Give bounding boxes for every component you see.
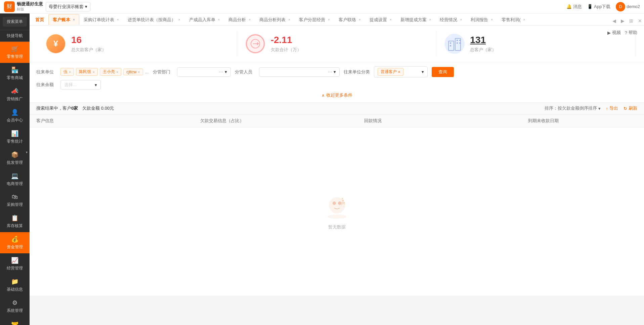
tab-new-promotion-label: 新增提成方案 — [400, 17, 427, 23]
filter-tag-wang-close[interactable]: × — [116, 70, 118, 74]
filter-tag-cjttcw-close[interactable]: × — [138, 70, 140, 74]
tab-close-incoming-stats[interactable]: × — [178, 18, 180, 22]
sidebar-item-retail[interactable]: 🛒 零售管理 — [0, 42, 30, 63]
sort-label: 排序：按欠款金额倒序排序 — [545, 105, 597, 111]
purchase-icon: 🛍 — [12, 193, 18, 201]
tab-scroll-right[interactable]: ▶ — [619, 17, 627, 25]
message-button[interactable]: 🔔 消息 — [566, 4, 582, 10]
stat-total-debt-amount: -2.11 欠款合计（万） — [237, 31, 437, 57]
retail-icon: 🛒 — [11, 45, 18, 52]
sidebar-item-retail-mall[interactable]: 🏪 零售商城 — [0, 63, 30, 84]
minus-icon — [246, 34, 265, 53]
tab-scroll-left[interactable]: ◀ — [610, 17, 618, 25]
category-selected-close[interactable]: × — [398, 70, 400, 74]
finance-icon: 💰 — [11, 236, 18, 243]
building-icon — [445, 34, 464, 53]
tab-product-analysis[interactable]: 商品分析 × — [224, 14, 255, 25]
sidebar-item-retail-stats[interactable]: 📊 零售统计 — [0, 127, 30, 148]
tab-close-product-instock[interactable]: × — [218, 18, 220, 22]
stat-label-3: 总客户（家） — [470, 47, 496, 53]
export-label: 导出 — [609, 105, 618, 111]
play-icon: ▶ — [607, 30, 611, 35]
tab-business-status[interactable]: 经营情况 × — [435, 14, 466, 25]
tab-close-purchase-order[interactable]: × — [117, 18, 119, 22]
filter-tag-chen-close[interactable]: × — [92, 70, 94, 74]
tab-close-product-analysis-list[interactable]: × — [288, 18, 290, 22]
tab-product-analysis-list[interactable]: 商品分析列表 × — [255, 14, 295, 25]
sidebar-item-system[interactable]: ⚙ 系统管理 — [0, 296, 30, 317]
stat-label-1: 总欠款客户（家） — [71, 47, 106, 53]
user-profile[interactable]: D demo2 — [616, 2, 640, 11]
sidebar-item-purchase[interactable]: 🛍 采购管理 — [0, 190, 30, 211]
svg-rect-7 — [457, 40, 458, 41]
svg-rect-9 — [459, 40, 461, 41]
tab-incoming-stats[interactable]: 进货单统计表（按商品） × — [123, 14, 185, 25]
dept-chevron-icon: ▾ — [225, 69, 227, 74]
tab-expand[interactable]: ⊞ — [627, 17, 635, 25]
tab-close-new-promotion[interactable]: × — [429, 18, 431, 22]
sidebar-item-marketing[interactable]: 📣 营销推广 — [0, 84, 30, 105]
wholesale-expand-icon: ▾ — [26, 150, 28, 154]
enterprise-icon: 🤝 — [11, 320, 18, 325]
stat-value-3: 131 — [470, 35, 496, 45]
sidebar-item-wholesale[interactable]: 📦 批发管理 ▾ — [0, 148, 30, 169]
tab-customer-contact[interactable]: 客户联络 × — [334, 14, 365, 25]
sidebar-item-purchase-label: 采购管理 — [7, 202, 23, 208]
filter-tag-wang[interactable]: 王小亮 × — [100, 68, 121, 76]
table-body: 暂无数据 — [30, 128, 644, 296]
stat-text-2: -2.11 欠款合计（万） — [271, 35, 301, 53]
filter-tag-wu-close[interactable]: × — [69, 70, 71, 74]
tab-new-promotion[interactable]: 新增提成方案 × — [396, 14, 436, 25]
sidebar-search-area: 搜索菜单 — [0, 13, 30, 30]
dept-select[interactable]: ··· ▾ — [177, 67, 231, 77]
refresh-icon: ↻ — [624, 106, 627, 111]
query-button[interactable]: 查询 — [432, 67, 454, 77]
category-select[interactable]: 普通客户 × ▾ — [374, 66, 428, 77]
sidebar-item-ecommerce[interactable]: 💻 电商管理 — [0, 169, 30, 190]
person-select[interactable]: ··· ▾ — [259, 67, 340, 77]
sidebar-item-basics[interactable]: 📁 基础信息 — [0, 275, 30, 296]
tab-close-promotion-settings[interactable]: × — [390, 18, 392, 22]
help-button[interactable]: ? 帮助 — [625, 30, 637, 36]
sidebar-search-button[interactable]: 搜索菜单 — [3, 17, 27, 27]
message-icon: 🔔 — [566, 4, 572, 9]
video-button[interactable]: ▶ 视频 — [607, 30, 621, 36]
sidebar-quick-nav[interactable]: 快捷导航 — [0, 30, 30, 42]
filter-tag-cjttcw[interactable]: cjttcw × — [123, 69, 143, 75]
tab-purchase-order[interactable]: 采购订单统计表 × — [79, 14, 123, 25]
sidebar-item-inventory[interactable]: 📋 库存核算 — [0, 211, 30, 232]
tab-close-profit-report[interactable]: × — [491, 18, 493, 22]
tab-close-customer-account[interactable]: × — [73, 18, 75, 22]
tab-close-business-status[interactable]: × — [460, 18, 462, 22]
refresh-button[interactable]: ↻ 刷新 — [624, 105, 637, 111]
filter-tag-chen[interactable]: 陈民强 × — [76, 68, 97, 76]
filter-tags: 伍 × 陈民强 × 王小亮 × cjttcw × ... — [60, 68, 149, 76]
sidebar-item-enterprise[interactable]: 🤝 企业协同 — [0, 317, 30, 325]
store-selector[interactable]: 母婴行业演示账套 ▾ — [46, 2, 90, 11]
tab-customer-account[interactable]: 客户账本 × — [48, 14, 79, 25]
tab-customer-tier[interactable]: 客户分层经营 × — [295, 14, 334, 25]
filter-tag-wu[interactable]: 伍 × — [60, 68, 74, 76]
store-name: 母婴行业演示账套 — [49, 4, 84, 10]
tab-retail-profit[interactable]: 零售利润( × — [497, 14, 529, 25]
tab-product-instock[interactable]: 产成品入库单 × — [185, 14, 224, 25]
sidebar-item-finance[interactable]: 💰 资金管理 — [0, 232, 30, 253]
tab-profit-report[interactable]: 利润报告 × — [466, 14, 497, 25]
sort-select[interactable]: 排序：按欠款金额倒序排序 ▾ — [545, 105, 601, 111]
tab-home[interactable]: 首页 — [31, 14, 48, 25]
balance-select[interactable]: 选择... ▾ — [60, 80, 101, 89]
tab-close-customer-tier[interactable]: × — [328, 18, 330, 22]
tab-close-retail-profit[interactable]: × — [523, 18, 525, 22]
sidebar-item-operations[interactable]: 📈 经营管理 — [0, 253, 30, 275]
col-overdue: 到期未收款日期 — [528, 118, 637, 124]
tab-close-product-analysis[interactable]: × — [249, 18, 251, 22]
balance-chevron-icon: ▾ — [95, 82, 97, 87]
tab-close-all[interactable]: ✕ — [636, 17, 644, 25]
tab-promotion-settings[interactable]: 提成设置 × — [365, 14, 396, 25]
tab-close-customer-contact[interactable]: × — [359, 18, 361, 22]
app-download-button[interactable]: 📱 App下载 — [587, 4, 610, 10]
collapse-button[interactable]: ∧ 收起更多条件 — [321, 92, 352, 98]
export-button[interactable]: ↑ 导出 — [606, 105, 618, 111]
filter-more-btn[interactable]: ... — [145, 69, 149, 74]
sidebar-item-members[interactable]: 👤 会员中心 — [0, 105, 30, 127]
